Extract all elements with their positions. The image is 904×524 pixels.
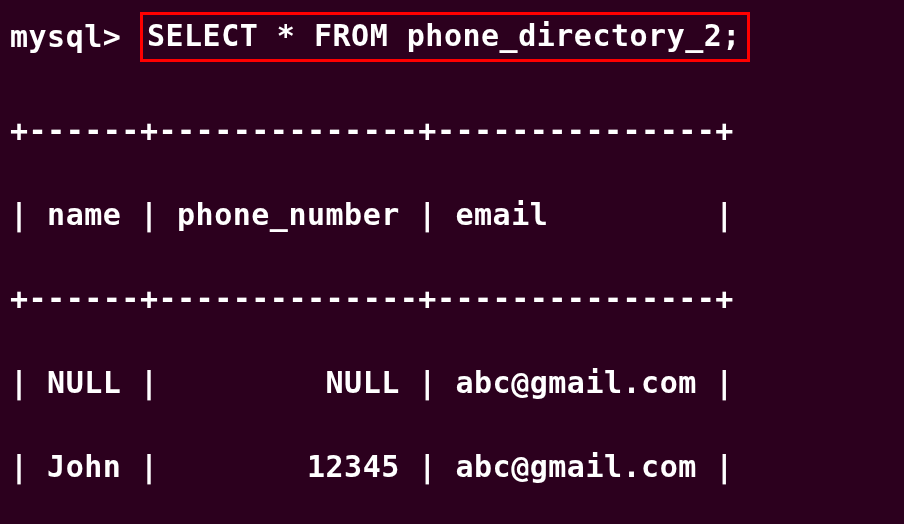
sql-query-highlighted: SELECT * FROM phone_directory_2; — [140, 12, 750, 62]
mysql-prompt: mysql> — [10, 16, 140, 58]
table-row: | NULL | NULL | abc@gmail.com | — [10, 362, 894, 404]
table-row: | John | 12345 | abc@gmail.com | — [10, 446, 894, 488]
table-border: +------+--------------+---------------+ — [10, 110, 894, 152]
result-table: +------+--------------+---------------+ … — [10, 68, 894, 524]
command-line: mysql> SELECT * FROM phone_directory_2; — [10, 12, 894, 62]
table-border: +------+--------------+---------------+ — [10, 278, 894, 320]
table-header-row: | name | phone_number | email | — [10, 194, 894, 236]
